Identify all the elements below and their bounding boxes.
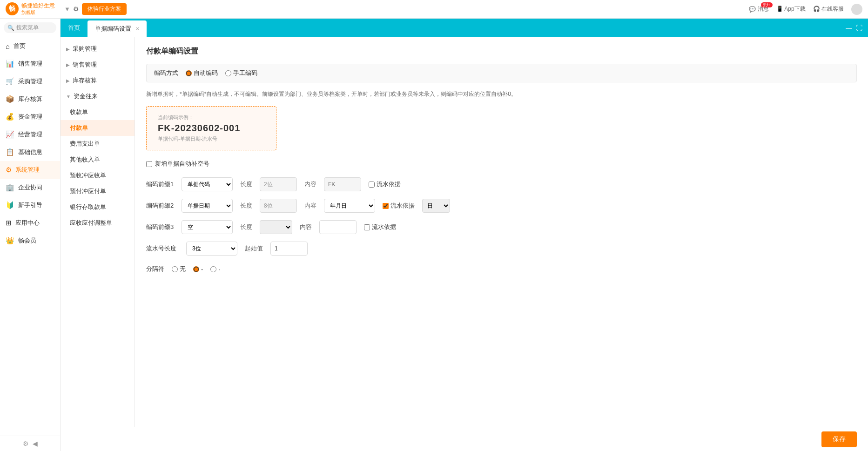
separator-row: 分隔符 无 - ·	[146, 265, 857, 273]
sep-dot-option[interactable]: -	[193, 266, 203, 273]
sidebar-item-inventory[interactable]: 📦 库存核算	[0, 90, 60, 108]
sub-group-capital[interactable]: ▼ 资金往来	[61, 88, 135, 104]
sub-group-purchase[interactable]: ▶ 采购管理	[61, 41, 135, 57]
logo-icon: 畅	[6, 2, 19, 15]
serial1-checkbox[interactable]	[369, 182, 375, 188]
online-service-link[interactable]: 🎧 在线客服	[813, 5, 844, 13]
info-text: 新增单据时，*单据编码*自动生成，不可编辑。前缀设置为部门、业务员等档案类，开单…	[146, 90, 857, 99]
bottom-bar: 保存	[61, 427, 868, 451]
arrow-right-icon-inv: ▶	[66, 78, 70, 83]
length2-value: 8位	[260, 199, 297, 213]
tab-close-icon[interactable]: ×	[136, 26, 139, 32]
minimize-icon[interactable]: —	[846, 24, 852, 32]
sidebar-item-basic[interactable]: 📋 基础信息	[0, 143, 60, 161]
serial-length-select[interactable]: 3位	[186, 242, 237, 256]
sep-none-radio[interactable]	[172, 266, 178, 272]
tabbar: 首页 单据编码设置 × — ⛶	[61, 19, 868, 37]
serial2-checkbox[interactable]	[383, 203, 389, 209]
day-select[interactable]: 日	[422, 199, 450, 213]
tabbar-right: — ⛶	[846, 24, 868, 32]
maximize-icon[interactable]: ⛶	[856, 24, 862, 32]
sidebar-label-guide: 新手引导	[18, 201, 42, 209]
sidebar-item-sales[interactable]: 📊 销售管理	[0, 55, 60, 73]
sub-group-sales[interactable]: ▶ 销售管理	[61, 57, 135, 73]
serial1-checkbox-label[interactable]: 流水依据	[369, 180, 401, 188]
sep-none-label: 无	[180, 265, 186, 273]
prefix-row-2: 编码前缀2 单据日期 长度 8位 内容 年月日 流水依据 日	[146, 199, 857, 213]
serial1-label: 流水依据	[377, 180, 401, 188]
auto-fill-checkbox[interactable]	[146, 161, 152, 167]
sidebar-item-guide[interactable]: 🔰 新手引导	[0, 196, 60, 214]
manual-encode-option[interactable]: 手工编码	[225, 69, 257, 77]
sep-none-option[interactable]: 无	[172, 265, 186, 273]
tab-encode-settings[interactable]: 单据编码设置 ×	[87, 20, 147, 37]
serial3-checkbox-label[interactable]: 流水依据	[364, 223, 396, 231]
message-badge[interactable]: 💬 消息 99+	[749, 5, 769, 13]
sidebar-item-enterprise[interactable]: 🏢 企业协同	[0, 179, 60, 196]
settings-icon[interactable]: ⚙	[73, 5, 79, 13]
sub-group-inventory[interactable]: ▶ 库存核算	[61, 73, 135, 88]
search-bar[interactable]: 🔍 搜索菜单	[4, 22, 56, 33]
length3-select[interactable]	[260, 220, 292, 234]
sub-item-payment[interactable]: 付款单	[61, 120, 135, 136]
app-download-link[interactable]: 📱 App下载	[776, 5, 806, 13]
content3-input[interactable]	[319, 220, 357, 234]
auto-encode-option[interactable]: 自动编码	[186, 69, 218, 77]
content3-label: 内容	[300, 223, 312, 231]
sub-item-arapp-adjust[interactable]: 应收应付调整单	[61, 215, 135, 231]
user-avatar[interactable]	[851, 4, 862, 15]
content2-select[interactable]: 年月日	[324, 199, 375, 213]
sidebar-label-home: 首页	[13, 42, 26, 50]
sep-dot2-option[interactable]: ·	[210, 266, 220, 273]
sub-item-advance-receipt[interactable]: 预收冲应收单	[61, 168, 135, 183]
sub-item-other-income[interactable]: 其他收入单	[61, 152, 135, 168]
sidebar-item-capital[interactable]: 💰 资金管理	[0, 108, 60, 126]
page-title: 付款单编码设置	[146, 47, 857, 56]
logo-text-block: 畅捷通好生意 旗舰版	[21, 2, 55, 15]
sidebar-item-home[interactable]: ⌂ 首页	[0, 37, 60, 55]
sub-item-prepay[interactable]: 预付冲应付单	[61, 183, 135, 199]
sidebar-bottom: ⚙ ◀	[0, 436, 60, 451]
arrow-right-icon: ▶	[66, 47, 70, 52]
sidebar-item-apps[interactable]: ⊞ 应用中心	[0, 214, 60, 232]
sidebar-label-capital: 资金管理	[18, 113, 42, 121]
prefix3-select[interactable]: 空	[182, 220, 233, 234]
chevron-down-icon[interactable]: ▼	[64, 6, 70, 13]
app-edition: 旗舰版	[21, 9, 55, 16]
prefix2-select[interactable]: 单据日期	[182, 199, 233, 213]
collapse-icon[interactable]: ◀	[33, 440, 38, 447]
start-value-input[interactable]	[270, 242, 308, 256]
app-name: 畅捷通好生意	[21, 2, 55, 9]
start-value-label: 起始值	[245, 244, 263, 253]
serial3-checkbox[interactable]	[364, 224, 370, 230]
serial2-checkbox-label[interactable]: 流水依据	[383, 202, 415, 210]
sidebar-item-member[interactable]: 👑 畅会员	[0, 232, 60, 249]
sep-dot-radio[interactable]	[193, 266, 199, 272]
prefix1-label: 编码前缀1	[146, 180, 174, 188]
sidebar-item-purchase[interactable]: 🛒 采购管理	[0, 73, 60, 90]
sep-dot2-radio[interactable]	[210, 266, 216, 272]
auto-fill-label: 新增单据自动补空号	[155, 160, 209, 168]
settings-bottom-icon[interactable]: ⚙	[23, 440, 29, 447]
sub-item-expense[interactable]: 费用支出单	[61, 136, 135, 152]
sub-item-receipt[interactable]: 收款单	[61, 104, 135, 120]
save-button[interactable]: 保存	[821, 431, 857, 447]
code-preview-title: 当前编码示例：	[158, 114, 265, 121]
prefix1-select[interactable]: 单据代码	[182, 177, 233, 191]
serial-length-label: 流水号长度	[146, 244, 179, 253]
tab-home[interactable]: 首页	[61, 19, 87, 37]
auto-encode-label: 自动编码	[194, 69, 218, 77]
auto-fill-row: 新增单据自动补空号	[146, 160, 857, 168]
content1-input[interactable]	[324, 177, 361, 191]
experience-button[interactable]: 体验行业方案	[82, 3, 127, 15]
sep-dot-label: -	[201, 266, 203, 273]
manual-encode-radio[interactable]	[225, 70, 231, 76]
enterprise-icon: 🏢	[6, 183, 14, 192]
auto-encode-radio[interactable]	[186, 70, 192, 76]
sidebar-label-purchase: 采购管理	[18, 77, 42, 86]
code-preview-box: 当前编码示例： FK-20230602-001 单据代码-单据日期-流水号	[146, 106, 276, 150]
sidebar-item-operation[interactable]: 📈 经营管理	[0, 126, 60, 143]
sidebar-item-system[interactable]: ⚙ 系统管理	[0, 161, 60, 179]
sub-item-bank[interactable]: 银行存取款单	[61, 199, 135, 215]
sidebar-label-system: 系统管理	[15, 166, 40, 174]
